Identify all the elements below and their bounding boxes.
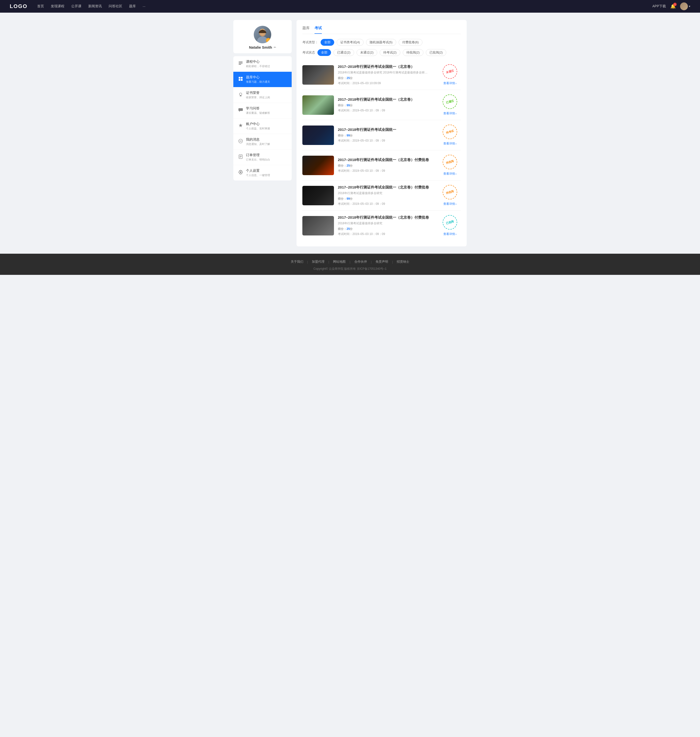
footer-sitemap[interactable]: 网站地图 <box>333 259 346 264</box>
filter-type-random[interactable]: 随机抽题考试(5) <box>366 39 396 46</box>
app-download-button[interactable]: APP下载 <box>652 4 666 9</box>
exam-right-3: 待考试 查看详情 › <box>439 125 461 146</box>
profile-avatar: 🏆 <box>254 26 271 43</box>
filter-status-pending[interactable]: 待考试(2) <box>379 49 400 56</box>
nav-open[interactable]: 公开课 <box>71 4 81 9</box>
notification-bell[interactable]: 🔔 1 <box>671 4 676 9</box>
view-detail-5[interactable]: 查看详情 › <box>443 202 456 206</box>
tab-question-bank[interactable]: 题库 <box>302 26 310 34</box>
nav-question-bank[interactable]: 题库 <box>129 4 136 9</box>
sidebar-item-question-bank[interactable]: 题库中心 海量习题，助力通关 <box>233 72 292 87</box>
settings-icon <box>238 170 246 176</box>
footer-links: 关于我们 | 加盟代理 | 网站地图 | 合作伙伴 | 免责声明 | 招贤纳士 <box>10 259 690 264</box>
settings-text: 个人设置 个人信息、一键管理 <box>246 168 287 177</box>
svg-rect-4 <box>239 63 243 63</box>
svg-rect-8 <box>239 79 240 81</box>
view-detail-1[interactable]: 查看详情 › <box>443 81 456 85</box>
exam-title-1: 2017–2018年行测证件考试全国统一（北京卷） <box>338 65 435 69</box>
filter-status-failed[interactable]: 未通过(2) <box>357 49 377 56</box>
exam-title-2: 2017–2018年行测证件考试全国统一（北京卷） <box>338 97 435 102</box>
account-icon <box>238 123 246 129</box>
exam-score-3: 得分：99分 <box>338 134 435 138</box>
exam-title-3: 2017–2018年行测证件考试全国统一 <box>338 127 435 132</box>
status-stamp-6: 已批阅 <box>441 213 459 231</box>
nav-discover[interactable]: 发现课程 <box>51 4 65 9</box>
sidebar-item-course-center[interactable]: 课程中心 精彩课程，不容错过 <box>233 56 292 72</box>
filter-status-row: 考试状态 全部 已通过(2) 未通过(2) 待考试(2) 待批阅(2) 已批阅(… <box>302 49 461 56</box>
user-avatar-wrap[interactable]: ▾ <box>680 3 690 10</box>
svg-point-13 <box>240 141 241 142</box>
main-content: 题库 考试 考试类型： 全部 证书类考试(4) 随机抽题考试(5) 付费批卷(6… <box>297 20 467 246</box>
footer-disclaimer[interactable]: 免责声明 <box>375 259 388 264</box>
navbar: LOGO 首页 发现课程 公开课 新闻资讯 问答社区 题库 ··· APP下载 … <box>0 0 700 13</box>
user-menu-chevron: ▾ <box>689 4 690 8</box>
sidebar-item-messages[interactable]: 我的消息 消息通知、及时了解 <box>233 134 292 150</box>
exam-time-6: 考试时间：2019–05–03 10：09：09 <box>338 232 435 236</box>
nav-qa[interactable]: 问答社区 <box>109 4 122 9</box>
svg-point-12 <box>240 141 240 142</box>
view-detail-4[interactable]: 查看详情 › <box>443 172 456 176</box>
status-stamp-1: 未通过 <box>441 62 459 80</box>
footer-partner[interactable]: 合作伙伴 <box>354 259 367 264</box>
exam-right-5: 待批阅 查看详情 › <box>439 185 461 206</box>
footer-agent[interactable]: 加盟代理 <box>312 259 325 264</box>
sidebar-menu: 课程中心 精彩课程，不容错过 题库中心 海量习题，助力通关 证书荣誉 <box>233 56 292 180</box>
sidebar-item-orders[interactable]: 订单管理 订单支出、明明白白 <box>233 150 292 165</box>
status-stamp-3: 待考试 <box>441 123 459 141</box>
exam-item-5: 2017–2018年行测证件考试全国统一（北京卷）付费批卷 2018年行测考试是… <box>302 180 461 211</box>
tab-exam[interactable]: 考试 <box>315 26 322 34</box>
nav-home[interactable]: 首页 <box>37 4 44 9</box>
exam-right-2: 已通过 查看详情 › <box>439 94 461 115</box>
status-stamp-5: 待批阅 <box>441 183 459 201</box>
notification-badge: 1 <box>673 3 676 6</box>
navbar-right: APP下载 🔔 1 ▾ <box>652 3 690 10</box>
svg-rect-6 <box>239 77 240 78</box>
orders-icon <box>238 154 246 160</box>
filter-status-waiting-review[interactable]: 待批阅(2) <box>403 49 424 56</box>
filter-type-all[interactable]: 全部 <box>321 39 334 46</box>
filter-type-paid[interactable]: 付费批卷(6) <box>399 39 422 46</box>
messages-text: 我的消息 消息通知、及时了解 <box>246 137 287 146</box>
exam-time-4: 考试时间：2019–05–03 10：09：09 <box>338 169 435 173</box>
nav-more[interactable]: ··· <box>143 4 146 8</box>
exam-time-5: 考试时间：2019–05–03 10：09：09 <box>338 202 435 206</box>
sidebar-item-account[interactable]: 账户中心 个人权益、实时掌握 <box>233 118 292 134</box>
filter-type-label: 考试类型： <box>302 40 318 44</box>
exam-info-2: 2017–2018年行测证件考试全国统一（北京卷） 得分：99分 考试时间：20… <box>338 97 435 113</box>
profile-name: Natalie Smith ✏ <box>237 45 288 49</box>
footer-about[interactable]: 关于我们 <box>291 259 303 264</box>
status-stamp-4: 待批阅 <box>441 153 459 171</box>
filter-status-passed[interactable]: 已通过(2) <box>334 49 354 56</box>
sidebar-item-settings[interactable]: 个人设置 个人信息、一键管理 <box>233 165 292 180</box>
filter-status-label: 考试状态 <box>302 50 315 55</box>
svg-rect-3 <box>239 62 243 62</box>
profile-edit-icon[interactable]: ✏ <box>274 46 276 49</box>
messages-icon <box>238 139 246 145</box>
exam-item-4: 2017–2018年行测证件考试全国统一（北京卷）付费批卷 得分：25分 考试时… <box>302 150 461 180</box>
course-center-text: 课程中心 精彩课程，不容错过 <box>246 60 287 68</box>
view-detail-2[interactable]: 查看详情 › <box>443 111 456 115</box>
nav-news[interactable]: 新闻资讯 <box>88 4 102 9</box>
study-qa-icon <box>238 108 246 113</box>
exam-info-5: 2017–2018年行测证件考试全国统一（北京卷）付费批卷 2018年行测考试是… <box>338 185 435 206</box>
filter-type-row: 考试类型： 全部 证书类考试(4) 随机抽题考试(5) 付费批卷(6) <box>302 39 461 46</box>
view-detail-6[interactable]: 查看详情 › <box>443 232 456 236</box>
exam-list: 2017–2018年行测证件考试全国统一（北京卷） 2018年行测考试是最值得多… <box>302 60 461 240</box>
sidebar: 🏆 Natalie Smith ✏ 课程中心 精彩课程，不容错过 <box>233 20 292 246</box>
sidebar-item-certificate[interactable]: 证书荣誉 收获荣誉、持证上岗 <box>233 87 292 103</box>
exam-item-2: 2017–2018年行测证件考试全国统一（北京卷） 得分：99分 考试时间：20… <box>302 90 461 120</box>
filter-status-all[interactable]: 全部 <box>318 49 331 56</box>
sidebar-item-study-qa[interactable]: 学习问答 课后重温、疑难解答 <box>233 103 292 118</box>
top-tabs: 题库 考试 <box>302 26 461 34</box>
exam-time-1: 考试时间：2019–05–03 10:09:09 <box>338 81 435 85</box>
exam-thumb-3 <box>302 125 334 145</box>
exam-info-1: 2017–2018年行测证件考试全国统一（北京卷） 2018年行测考试是最值得多… <box>338 65 435 85</box>
exam-desc-1: 2018年行测考试是最值得多去研究 2018年行测考试是最值得多去研究 2018… <box>338 71 430 75</box>
logo: LOGO <box>10 3 28 9</box>
filter-status-reviewed[interactable]: 已批阅(2) <box>426 49 447 56</box>
filter-type-cert[interactable]: 证书类考试(4) <box>337 39 363 46</box>
footer-careers[interactable]: 招贤纳士 <box>397 259 409 264</box>
view-detail-3[interactable]: 查看详情 › <box>443 142 456 146</box>
question-bank-text: 题库中心 海量习题，助力通关 <box>246 75 287 84</box>
exam-item-1: 2017–2018年行测证件考试全国统一（北京卷） 2018年行测考试是最值得多… <box>302 60 461 90</box>
